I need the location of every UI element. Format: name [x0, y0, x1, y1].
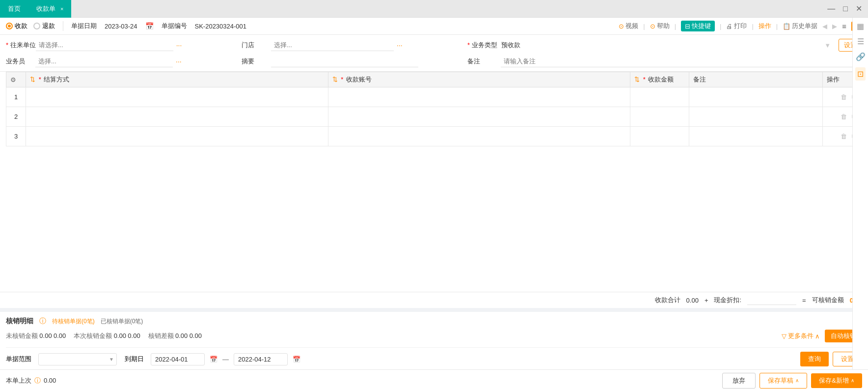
row-2-remark[interactable]	[689, 107, 823, 127]
sidebar-table-icon[interactable]: ▦	[857, 22, 864, 31]
doc-date-label: 单据日期	[71, 22, 97, 30]
unchecked-stat: 未核销金额 0.00 0.00	[6, 332, 66, 340]
summary-field: 摘要	[242, 56, 438, 67]
save-new-label: 保存&新增	[819, 376, 849, 385]
table-settings-icon[interactable]: ⚙	[10, 76, 16, 84]
toolbar-shortcut[interactable]: ⊟ 快捷键	[681, 21, 715, 31]
save-draft-label: 保存草稿	[768, 376, 793, 385]
range-select-wrapper	[38, 353, 117, 365]
staff-field: 业务员 ···	[6, 56, 212, 67]
verif-done-tab[interactable]: 已核销单据(0笔)	[101, 317, 143, 326]
summary-plus: +	[705, 297, 708, 304]
row-3-num: 3	[6, 127, 26, 146]
row-2-settle[interactable]	[26, 107, 328, 127]
due-date-to-calendar-icon[interactable]: 📅	[293, 356, 300, 363]
calendar-icon[interactable]: 📅	[145, 22, 154, 30]
summary-equals: =	[802, 297, 806, 304]
sidebar-link-icon[interactable]: 🔗	[856, 52, 866, 61]
staff-label: 业务员	[6, 57, 35, 66]
row-3-delete-icon[interactable]: 🗑	[841, 133, 847, 140]
toolbar-help[interactable]: ⊙ 帮助	[650, 22, 670, 30]
row-3-remark[interactable]	[689, 127, 823, 146]
row-2-delete-icon[interactable]: 🗑	[841, 113, 847, 120]
biz-type-value: 预收款	[501, 41, 824, 50]
due-date-to-input[interactable]	[234, 353, 288, 365]
row-1-remark[interactable]	[689, 87, 823, 107]
row-1-amount[interactable]	[630, 87, 689, 107]
sidebar-list-icon[interactable]: ☰	[857, 37, 864, 46]
table-header-row: ⚙ ⇅ * 结算方式 ⇅ * 收款账号 ⇅ * 收款	[6, 72, 862, 87]
th-amount: ⇅ * 收款金额	[630, 72, 689, 87]
nav-prev-icon[interactable]: ◀	[822, 23, 827, 30]
summary-input[interactable]	[271, 56, 418, 67]
radio-receive[interactable]: 收款	[6, 22, 27, 30]
carry-over-label: 本单上次	[6, 376, 31, 385]
more-conditions-btn[interactable]: ▽ 更多条件 ∧	[782, 332, 820, 340]
summary-discount-label: 现金折扣:	[714, 296, 741, 305]
toolbar-video[interactable]: ⊙ 视频	[619, 22, 638, 30]
tab-receipt[interactable]: 收款单 ×	[28, 0, 71, 18]
row-2-num: 2	[6, 107, 26, 127]
row-1-account[interactable]	[328, 87, 630, 107]
row-2-account[interactable]	[328, 107, 630, 127]
th-account-num: ⇅ * 收款账号	[328, 72, 630, 87]
row-3-settle[interactable]	[26, 127, 328, 146]
due-date-from-input[interactable]	[151, 353, 205, 365]
range-select[interactable]	[38, 353, 117, 365]
discard-btn[interactable]: 放弃	[722, 373, 756, 389]
counterpart-input[interactable]	[36, 39, 173, 51]
doc-date-value: 2023-03-24	[105, 23, 137, 30]
due-date-from-calendar-icon[interactable]: 📅	[210, 356, 217, 363]
toolbar-history[interactable]: 📋 历史单据	[783, 22, 817, 30]
radio-refund[interactable]: 退款	[33, 22, 55, 30]
tab-home-label: 首页	[8, 0, 21, 18]
radio-group: 收款 退款	[6, 22, 55, 30]
verif-header: 核销明细 ⓘ 待核销单据(0笔) 已核销单据(0笔)	[6, 317, 862, 326]
win-minimize-btn[interactable]: —	[825, 4, 837, 13]
sidebar-active-icon[interactable]: ⊡	[855, 67, 866, 81]
diff-value: 0.00	[175, 332, 188, 339]
biz-type-dropdown-icon[interactable]: ▼	[824, 42, 831, 49]
row-3-account[interactable]	[328, 127, 630, 146]
tab-bar-right: — □ ✕	[825, 4, 868, 13]
summary-net-label: 可核销金额	[812, 296, 844, 305]
store-more-icon[interactable]: ···	[397, 41, 403, 49]
store-input[interactable]	[271, 39, 394, 51]
due-date-label: 到期日	[125, 355, 144, 363]
verif-info-icon[interactable]: ⓘ	[39, 317, 46, 326]
staff-input[interactable]	[35, 56, 173, 67]
save-new-btn[interactable]: 保存&新增 ∧	[811, 373, 862, 388]
radio-receive-label: 收款	[15, 22, 27, 30]
diff-stat: 核销差额 0.00 0.00	[148, 332, 202, 340]
diff-label: 核销差额	[148, 332, 174, 339]
footer-info-icon[interactable]: ⓘ	[34, 376, 41, 385]
staff-more-icon[interactable]: ···	[176, 57, 182, 65]
remark-input[interactable]	[501, 56, 862, 67]
win-maximize-btn[interactable]: □	[841, 4, 850, 13]
row-2-amount[interactable]	[630, 107, 689, 127]
store-field: 门店 ···	[242, 39, 438, 51]
win-close-btn[interactable]: ✕	[854, 4, 864, 13]
row-1-delete-icon[interactable]: 🗑	[841, 93, 847, 101]
form-row-2: 业务员 ··· 摘要 备注	[6, 56, 862, 67]
toolbar-print[interactable]: 🖨 打印	[726, 22, 747, 30]
table-row: 3 🗑 ⧉	[6, 127, 862, 146]
verif-pending-tab[interactable]: 待核销单据(0笔)	[52, 317, 95, 326]
layout-list-icon[interactable]: ≡	[842, 22, 846, 30]
summary-discount-input[interactable]	[747, 295, 796, 305]
query-btn[interactable]: 查询	[800, 352, 829, 366]
tab-home[interactable]: 首页	[0, 0, 28, 18]
row-3-amount[interactable]	[630, 127, 689, 146]
th-settle-method: ⇅ * 结算方式	[26, 72, 328, 87]
nav-next-icon[interactable]: ▶	[832, 23, 837, 30]
tab-close-icon[interactable]: ×	[60, 0, 63, 18]
unchecked-label: 未核销金额	[6, 332, 38, 339]
save-draft-btn[interactable]: 保存草稿 ∧	[760, 373, 807, 389]
summary-row: 收款合计 0.00 + 现金折扣: = 可核销金额 0.00	[0, 292, 868, 308]
table-row: 2 🗑 ⧉	[6, 107, 862, 127]
radio-refund-label: 退款	[42, 22, 55, 30]
toolbar-ops[interactable]: 操作	[759, 22, 771, 30]
counterpart-more-icon[interactable]: ···	[176, 41, 182, 49]
row-1-settle[interactable]	[26, 87, 328, 107]
unchecked-value: 0.00	[39, 332, 52, 339]
